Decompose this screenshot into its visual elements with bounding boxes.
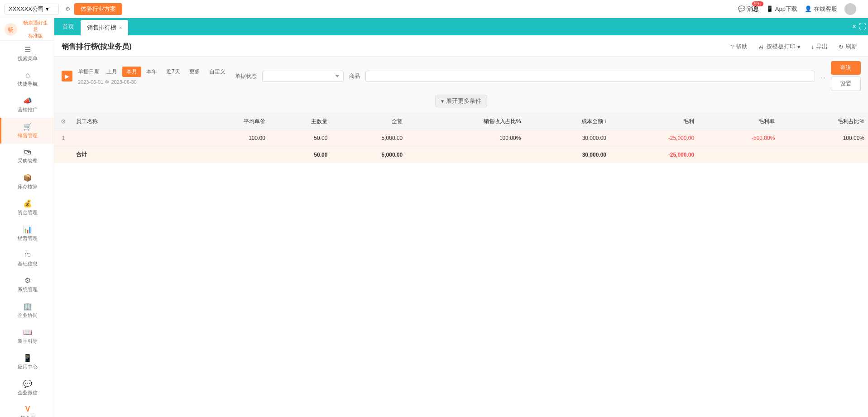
footer-empty-1 bbox=[54, 146, 72, 163]
fullscreen-button[interactable]: ⛶ bbox=[859, 23, 866, 31]
cell-name bbox=[72, 130, 192, 146]
sidebar-item-search[interactable]: ☰ 搜索菜单 bbox=[0, 41, 54, 67]
sidebar-item-system[interactable]: ⚙ 系统管理 bbox=[0, 272, 54, 297]
sidebar-item-sales[interactable]: 🛒 销售管理 bbox=[0, 118, 54, 144]
query-button[interactable]: 查询 bbox=[831, 61, 861, 75]
filter-area: ▶ 单据日期 上月 本月 本年 近7天 更多 自定义 bbox=[54, 57, 868, 113]
tab-sales-rank[interactable]: 销售排行榜 × bbox=[81, 20, 128, 35]
date-tab-this-month[interactable]: 本月 bbox=[122, 67, 141, 77]
col-settings-icon[interactable]: ⚙ bbox=[61, 118, 66, 125]
sidebar-item-finance[interactable]: 💰 资金管理 bbox=[0, 195, 54, 220]
export-button[interactable]: ↓ 导出 bbox=[808, 41, 832, 53]
app-download-button[interactable]: 📱 App下载 bbox=[766, 5, 797, 13]
service-icon: 👤 bbox=[805, 5, 812, 12]
query-actions: 查询 设置 bbox=[831, 61, 861, 91]
sidebar-item-basic[interactable]: 🗂 基础信息 bbox=[0, 246, 54, 272]
table-row: 1 100.00 50.00 5,000.00 100.00% 30,000.0… bbox=[54, 130, 868, 146]
goods-label: 商品 bbox=[349, 72, 360, 80]
footer-amount: 5,000.00 bbox=[331, 146, 406, 163]
table-wrapper: ⚙ 员工名称 平均单价 主数量 全额 销售收入占比% 成本全额 ℹ 毛利 毛利率 bbox=[54, 113, 868, 417]
cell-main-qty: 50.00 bbox=[269, 130, 331, 146]
marketing-icon: 📣 bbox=[23, 96, 32, 105]
company-selector[interactable]: XXXXXX公司 ▾ bbox=[5, 4, 59, 14]
status-select[interactable] bbox=[262, 71, 344, 82]
sidebar-item-guide[interactable]: 📖 新手引导 bbox=[0, 323, 54, 349]
filter-expand-button[interactable]: ▶ bbox=[62, 71, 72, 81]
system-icon: ⚙ bbox=[24, 276, 31, 285]
sidebar-item-marketing[interactable]: 📣 营销推广 bbox=[0, 92, 54, 118]
print-chevron-icon: ▾ bbox=[797, 43, 801, 50]
more-filters-ellipsis[interactable]: ... bbox=[820, 73, 825, 80]
sales-rank-table: ⚙ 员工名称 平均单价 主数量 全额 销售收入占比% 成本全额 ℹ 毛利 毛利率 bbox=[54, 113, 868, 163]
export-icon: ↓ bbox=[811, 43, 815, 50]
date-tab-more[interactable]: 更多 bbox=[185, 67, 204, 77]
sidebar-item-app[interactable]: 📱 应用中心 bbox=[0, 349, 54, 375]
filter-row-1: ▶ 单据日期 上月 本月 本年 近7天 更多 自定义 bbox=[62, 61, 861, 91]
header-actions: ? 帮助 🖨 按模板打印 ▾ ↓ 导出 ↻ 刷新 bbox=[727, 41, 861, 53]
help-button[interactable]: ? 帮助 bbox=[727, 41, 751, 53]
cell-amount: 5,000.00 bbox=[331, 130, 406, 146]
expand-more-button[interactable]: ▾ 展开更多条件 bbox=[435, 95, 487, 107]
footer-main-qty: 50.00 bbox=[269, 146, 331, 163]
app-center-icon: 📱 bbox=[23, 354, 32, 362]
close-window-button[interactable]: × bbox=[852, 23, 856, 31]
print-icon: 🖨 bbox=[758, 43, 764, 50]
tab-home[interactable]: 首页 bbox=[56, 18, 81, 35]
date-tab-this-year[interactable]: 本年 bbox=[142, 67, 161, 77]
sidebar-item-shortcut[interactable]: ⌂ 快捷导航 bbox=[0, 67, 54, 92]
sidebar-logo: 畅 畅康通好生意标准版 bbox=[0, 18, 54, 41]
page-header: 销售排行榜(按业务员) ? 帮助 🖨 按模板打印 ▾ ↓ 导出 bbox=[54, 35, 868, 57]
sidebar-item-purchase[interactable]: 🛍 采购管理 bbox=[0, 144, 54, 169]
date-tab-last-month[interactable]: 上月 bbox=[102, 67, 121, 77]
col-settings[interactable]: ⚙ bbox=[54, 113, 72, 130]
cost-info-icon[interactable]: ℹ bbox=[604, 119, 606, 124]
message-button[interactable]: 💬 消息 99+ bbox=[738, 5, 759, 13]
footer-gross: -25,000.00 bbox=[610, 146, 698, 163]
cell-avg-price: 100.00 bbox=[192, 130, 269, 146]
sales-icon: 🛒 bbox=[23, 122, 32, 131]
top-bar: XXXXXX公司 ▾ ⚙ 体验行业方案 💬 消息 99+ 📱 App下载 👤 在… bbox=[0, 0, 868, 18]
goods-input[interactable] bbox=[365, 71, 815, 82]
sidebar-item-enterprise[interactable]: 🏢 企业协同 bbox=[0, 297, 54, 323]
sidebar-item-operation[interactable]: 📊 经营管理 bbox=[0, 220, 54, 246]
sidebar-item-inventory[interactable]: 📦 库存核算 bbox=[0, 169, 54, 195]
sidebar-item-member[interactable]: V 畅会员 bbox=[0, 401, 54, 417]
col-gross: 毛利 bbox=[610, 113, 698, 130]
home-icon: ⌂ bbox=[25, 71, 30, 79]
cell-gross: -25,000.00 bbox=[610, 130, 698, 146]
message-badge: 99+ bbox=[752, 1, 763, 6]
cell-sales-pct: 100.00% bbox=[406, 130, 524, 146]
company-name: XXXXXX公司 bbox=[9, 5, 44, 13]
date-tab-7days[interactable]: 近7天 bbox=[162, 67, 184, 77]
app-label: App下载 bbox=[775, 5, 797, 13]
footer-label: 合计 bbox=[72, 146, 192, 163]
trial-button[interactable]: 体验行业方案 bbox=[74, 3, 122, 15]
refresh-icon: ↻ bbox=[839, 43, 844, 50]
col-sales-pct: 销售收入占比% bbox=[406, 113, 524, 130]
cell-rank: 1 bbox=[54, 130, 72, 146]
tab-close-icon[interactable]: × bbox=[119, 25, 122, 30]
content-area: 首页 销售排行榜 × × ⛶ 销售排行榜(按业务员) ? 帮助 bbox=[54, 18, 868, 417]
setting-button[interactable]: 设置 bbox=[831, 77, 861, 91]
cell-gross-rate: -500.00% bbox=[698, 130, 778, 146]
refresh-button[interactable]: ↻ 刷新 bbox=[835, 41, 861, 53]
operation-icon: 📊 bbox=[23, 225, 32, 234]
date-range-display: 2023-06-01 至 2023-06-30 bbox=[78, 79, 230, 86]
footer-gross-rate bbox=[698, 146, 778, 163]
finance-icon: 💰 bbox=[23, 199, 32, 208]
sales-rank-tab-label: 销售排行榜 bbox=[87, 24, 116, 32]
help-icon: ? bbox=[730, 43, 734, 50]
print-button[interactable]: 🖨 按模板打印 ▾ bbox=[755, 41, 804, 53]
sidebar-item-wechat[interactable]: 💬 企业微信 bbox=[0, 375, 54, 401]
online-service-button[interactable]: 👤 在线客服 bbox=[805, 5, 837, 13]
avatar[interactable] bbox=[844, 3, 856, 15]
page-title: 销售排行榜(按业务员) bbox=[62, 42, 132, 52]
app-icon: 📱 bbox=[766, 5, 773, 12]
main-layout: 畅 畅康通好生意标准版 ☰ 搜索菜单 ⌂ 快捷导航 📣 营销推广 🛒 销售管理 … bbox=[0, 18, 868, 417]
date-tab-custom[interactable]: 自定义 bbox=[205, 67, 230, 77]
logo-text: 畅康通好生意标准版 bbox=[21, 19, 50, 39]
help-label: 帮助 bbox=[736, 43, 748, 51]
enterprise-icon: 🏢 bbox=[23, 302, 32, 311]
tab-bar: 首页 销售排行榜 × × ⛶ bbox=[54, 18, 868, 35]
settings-icon[interactable]: ⚙ bbox=[65, 5, 71, 12]
